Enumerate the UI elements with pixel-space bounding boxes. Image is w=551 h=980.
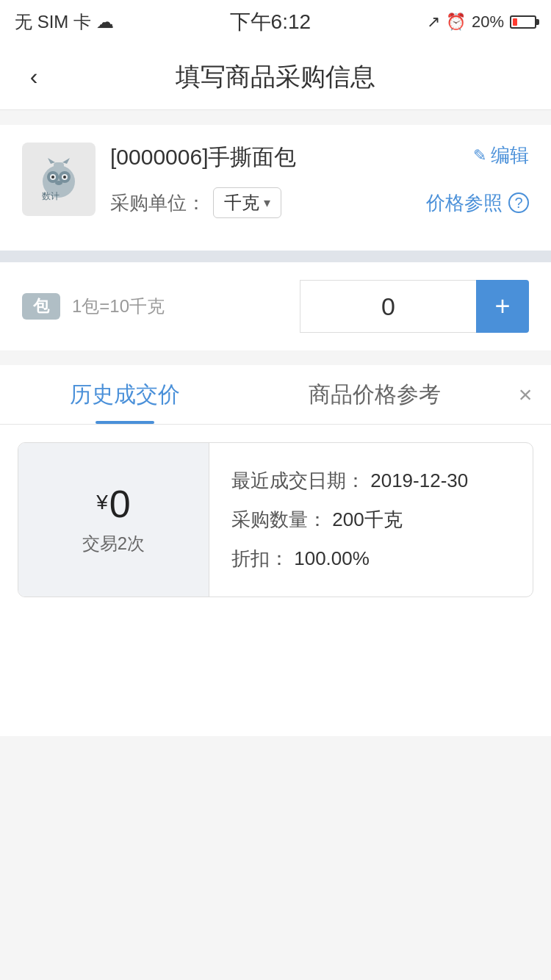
section-gap [0,350,551,365]
battery-percent: 20% [472,12,504,32]
svg-marker-9 [48,158,55,164]
unit-label: 采购单位： 千克 ▾ [110,187,281,218]
product-name: [0000006]手撕面包 [110,143,473,173]
edit-icon: ✎ [473,146,486,165]
quantity-section: 包 1包=10千克 + [0,262,551,350]
edit-label: 编辑 [491,143,529,168]
trade-card-left: ¥ 0 交易2次 [18,443,209,597]
unit-value: 千克 [224,191,259,215]
product-top-row: [0000006]手撕面包 ✎ 编辑 [110,143,529,173]
status-bar: 无 SIM 卡 ☁ 下午6:12 ↗ ⏰ 20% [0,0,551,44]
tab-history-price[interactable]: 历史成交价 [0,365,250,424]
trade-price-amount: ¥ 0 [96,485,131,523]
product-id: [0000006] [110,145,208,169]
svg-point-5 [51,176,54,179]
trade-quantity-row: 采购数量： 200千克 [231,505,511,534]
quantity-label: 包 1包=10千克 [22,293,165,320]
status-left: 无 SIM 卡 ☁ [15,10,114,34]
trade-card: ¥ 0 交易2次 最近成交日期： 2019-12-30 采购数量： 200千克 … [18,442,533,597]
quantity-input[interactable] [300,280,476,333]
trade-quantity-value: 200千克 [332,508,402,530]
svg-text:数计: 数计 [42,191,60,201]
trade-price-value: 0 [109,485,131,523]
tab-close-button[interactable]: × [500,365,551,424]
sim-status: 无 SIM 卡 ☁ [15,10,114,34]
unit-text: 采购单位： [110,190,206,216]
unit-select[interactable]: 千克 ▾ [213,187,281,218]
product-thumbnail: 数计 [22,143,96,216]
tab-product-price-ref-label: 商品价格参考 [309,380,441,410]
svg-rect-8 [54,162,64,168]
page-title: 填写商品采购信息 [176,60,375,94]
product-section: 数计 [0000006]手撕面包 ✎ 编辑 采购单位： 千克 ▾ [0,125,551,251]
trade-recent-date-label: 最近成交日期： [231,469,365,491]
trade-discount-row: 折扣： 100.00% [231,544,511,573]
tab-product-price-ref[interactable]: 商品价格参考 [250,365,500,424]
tab-content: ¥ 0 交易2次 最近成交日期： 2019-12-30 采购数量： 200千克 … [0,442,551,736]
unit-arrow-icon: ▾ [264,195,270,211]
trade-discount-label: 折扣： [231,547,289,569]
quantity-control: + [300,280,529,333]
trade-discount-value: 100.00% [294,547,370,569]
trade-count: 交易2次 [82,532,145,555]
status-time: 下午6:12 [230,8,311,36]
product-unit-row: 采购单位： 千克 ▾ 价格参照 ? [110,187,529,218]
quantity-plus-button[interactable]: + [476,280,529,333]
location-icon: ↗ [427,12,440,32]
product-header: 数计 [0000006]手撕面包 ✎ 编辑 采购单位： 千克 ▾ [22,143,529,218]
price-ref-button[interactable]: 价格参照 ? [426,190,529,216]
trade-recent-date-value: 2019-12-30 [370,469,468,491]
svg-point-7 [55,181,62,185]
svg-point-6 [63,176,66,179]
status-right: ↗ ⏰ 20% [427,12,536,32]
price-ref-label: 价格参照 [426,190,503,216]
package-note: 1包=10千克 [72,295,165,318]
currency-symbol: ¥ [96,492,108,513]
edit-button[interactable]: ✎ 编辑 [473,143,529,168]
tab-history-price-label: 历史成交价 [70,380,180,410]
trade-card-right: 最近成交日期： 2019-12-30 采购数量： 200千克 折扣： 100.0… [209,443,533,597]
svg-marker-10 [62,158,70,164]
alarm-icon: ⏰ [446,12,466,32]
product-image: 数计 [33,154,84,205]
trade-recent-date-row: 最近成交日期： 2019-12-30 [231,466,511,495]
tabs-section: 历史成交价 商品价格参考 × ¥ 0 交易2次 最近成交日期： 2019-12-… [0,365,551,736]
tabs-header: 历史成交价 商品价格参考 × [0,365,551,425]
back-button[interactable]: ‹ [18,61,50,93]
nav-bar: ‹ 填写商品采购信息 [0,44,551,110]
trade-quantity-label: 采购数量： [231,508,327,530]
battery-icon [510,15,536,29]
package-icon: 包 [22,293,60,320]
product-info: [0000006]手撕面包 ✎ 编辑 采购单位： 千克 ▾ 价格参照 ? [110,143,529,218]
help-icon[interactable]: ? [508,192,529,213]
divider-bar [0,251,551,262]
product-title: 手撕面包 [208,145,296,169]
